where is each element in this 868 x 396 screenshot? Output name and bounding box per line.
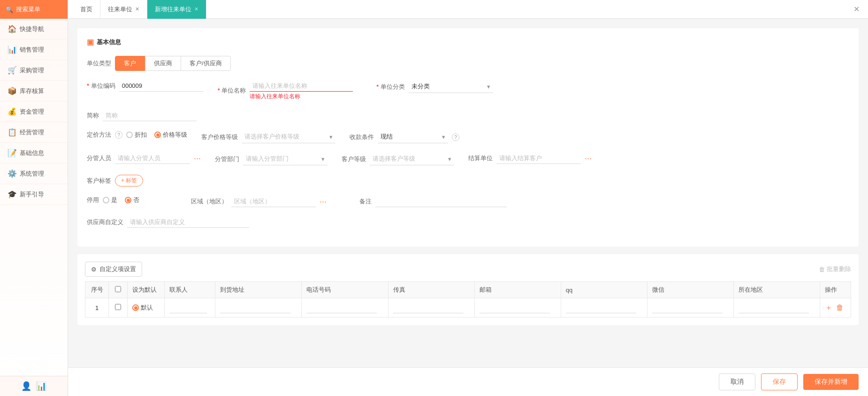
- tab-new-contact[interactable]: 新增往来单位 ✕: [147, 0, 206, 19]
- unit-name-input[interactable]: [250, 80, 353, 92]
- th-email: 邮箱: [474, 282, 561, 298]
- row-wechat-input[interactable]: [652, 302, 723, 313]
- radio-no[interactable]: 否: [125, 196, 139, 204]
- supplier-custom-input[interactable]: [127, 217, 249, 228]
- sidebar-item-label: 资金管理: [20, 108, 44, 116]
- payment-terms-select[interactable]: 现结 ▾: [378, 131, 448, 143]
- dept-label: 分管部门: [215, 155, 239, 163]
- tags-group: 客户标签 + 标签: [87, 175, 143, 186]
- delete-row-icon[interactable]: 🗑: [836, 303, 844, 312]
- settle-unit-input[interactable]: [496, 153, 581, 164]
- radio-yes-circle: [103, 197, 109, 203]
- row-contact-input[interactable]: [169, 302, 207, 313]
- add-tag-button[interactable]: + 标签: [115, 175, 143, 186]
- tab-home-label: 首页: [80, 5, 92, 14]
- save-button[interactable]: 保存: [761, 373, 798, 390]
- batch-delete-button[interactable]: 🗑 批量删除: [819, 265, 851, 273]
- dept-select[interactable]: 请输入分管部门 ▾: [243, 153, 327, 165]
- row-qq-input[interactable]: [566, 302, 636, 313]
- sidebar-item-sales[interactable]: 📊 销售管理: [0, 39, 68, 60]
- radio-discount[interactable]: 折扣: [126, 131, 147, 139]
- pricing-row: 定价方法 ? 折扣 价格等级 客户价格等级: [87, 131, 849, 143]
- sidebar-item-inventory[interactable]: 📦 库存核算: [0, 81, 68, 101]
- th-default: 设为默认: [128, 282, 165, 298]
- unit-code-input[interactable]: [119, 80, 204, 92]
- main-close-button[interactable]: ✕: [850, 5, 863, 14]
- btn-supplier[interactable]: 供应商: [145, 56, 181, 71]
- sidebar-item-system[interactable]: ⚙️ 系统管理: [0, 163, 68, 184]
- row-phone-input[interactable]: [306, 302, 377, 313]
- stats-icon[interactable]: 📊: [36, 381, 46, 391]
- tab-home[interactable]: 首页: [73, 0, 100, 19]
- cancel-button[interactable]: 取消: [719, 373, 755, 390]
- sidebar-search[interactable]: 🔍 搜索菜单: [0, 0, 68, 19]
- customer-price-label: 客户价格等级: [201, 133, 238, 141]
- manager-input[interactable]: [115, 153, 190, 164]
- row-checkbox[interactable]: [115, 304, 121, 310]
- custom-settings-label: 自定义项设置: [99, 265, 136, 273]
- alias-label: 简称: [87, 111, 99, 120]
- alias-row: 简称: [87, 110, 849, 121]
- add-row-icon[interactable]: ＋: [825, 303, 832, 313]
- sidebar-item-operations[interactable]: 📋 经营管理: [0, 122, 68, 143]
- chevron-down-icon: ▾: [487, 83, 490, 90]
- sidebar-item-quick-nav[interactable]: 🏠 快捷导航: [0, 19, 68, 39]
- row-region-input[interactable]: [739, 302, 809, 313]
- sidebar: 🔍 搜索菜单 🏠 快捷导航 📊 销售管理 🛒 采购管理 📦 库存核算 💰 资金管…: [0, 0, 68, 396]
- th-fax: 传真: [388, 282, 474, 298]
- user-icon[interactable]: 👤: [21, 381, 31, 391]
- region-input[interactable]: [231, 196, 316, 207]
- customer-price-select[interactable]: 请选择客户价格等级 ▾: [242, 131, 335, 143]
- unit-category-label: 单位分类: [376, 83, 405, 91]
- sidebar-item-label: 采购管理: [20, 66, 44, 75]
- pricing-radio-group: 折扣 价格等级: [126, 131, 187, 139]
- th-actions: 操作: [820, 282, 851, 298]
- alias-group: 简称: [87, 110, 197, 121]
- row-default-radio[interactable]: 默认: [132, 303, 160, 312]
- footer: 取消 保存 保存并新增: [68, 367, 868, 396]
- unit-category-select[interactable]: 未分类 ▾: [409, 80, 493, 93]
- unit-type-group: 单位类型 客户 供应商 客户/供应商: [87, 56, 231, 71]
- box-icon: 📦: [8, 86, 16, 95]
- btn-customer[interactable]: 客户: [115, 56, 145, 71]
- sidebar-item-basic-info[interactable]: 📝 基础信息: [0, 143, 68, 163]
- radio-yes[interactable]: 是: [103, 196, 117, 204]
- th-qq: qq: [561, 282, 647, 298]
- sidebar-item-newbie[interactable]: 🎓 新手引导: [0, 184, 68, 205]
- row-fax-input[interactable]: [393, 302, 464, 313]
- sidebar-item-purchase[interactable]: 🛒 采购管理: [0, 60, 68, 81]
- select-all-checkbox[interactable]: [115, 286, 121, 292]
- disabled-label: 停用: [87, 196, 99, 204]
- unit-code-group: 单位编码: [87, 80, 204, 92]
- row-address-input[interactable]: [220, 302, 290, 313]
- tab-contacts[interactable]: 往来单位 ✕: [100, 0, 147, 19]
- customer-level-placeholder: 请选择客户等级: [373, 155, 415, 163]
- alias-input[interactable]: [103, 110, 197, 121]
- batch-delete-label: 批量删除: [827, 265, 851, 273]
- tab-contacts-close[interactable]: ✕: [135, 6, 139, 12]
- unit-type-buttons: 客户 供应商 客户/供应商: [115, 56, 231, 71]
- manager-more-icon[interactable]: ···: [194, 154, 201, 163]
- customer-level-select[interactable]: 请选择客户等级 ▾: [370, 153, 454, 165]
- sidebar-item-finance[interactable]: 💰 资金管理: [0, 101, 68, 122]
- custom-settings-button[interactable]: ⚙ 自定义项设置: [85, 262, 142, 277]
- radio-discount-circle: [126, 132, 133, 138]
- tab-new-contact-close[interactable]: ✕: [194, 6, 198, 12]
- radio-discount-label: 折扣: [135, 131, 147, 139]
- row-email: [474, 298, 561, 318]
- manager-label: 分管人员: [87, 154, 111, 163]
- region-more-icon[interactable]: ···: [320, 197, 327, 207]
- money-icon: 💰: [8, 107, 16, 116]
- payment-terms-help-icon[interactable]: ?: [452, 133, 459, 141]
- remarks-input[interactable]: [375, 196, 507, 207]
- save-new-button[interactable]: 保存并新增: [803, 374, 859, 390]
- settle-unit-more-icon[interactable]: ···: [585, 154, 592, 163]
- chevron-down-icon: ▾: [321, 155, 325, 163]
- pricing-help-icon[interactable]: ?: [115, 131, 122, 139]
- row-email-input[interactable]: [480, 302, 550, 313]
- code-name-category-row: 单位编码 单位名称 请输入往来单位名称 单位分类 未分类 ▾: [87, 80, 849, 101]
- radio-price-level[interactable]: 价格等级: [154, 131, 187, 139]
- row-default-label: 默认: [141, 303, 153, 312]
- btn-both[interactable]: 客户/供应商: [181, 56, 231, 71]
- row-actions-cell: ＋ 🗑: [820, 298, 851, 318]
